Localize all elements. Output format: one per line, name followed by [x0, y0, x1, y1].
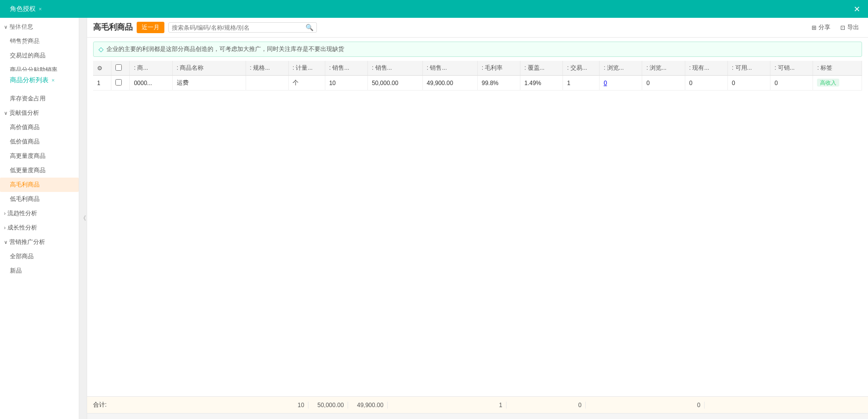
sidebar-item-high-margin[interactable]: 高毛利商品 [0, 178, 79, 192]
col-label-gross_margin: : 毛利率 [482, 64, 503, 71]
row-sellable: 0 [770, 76, 813, 91]
nav-close-product-import[interactable]: × [51, 24, 54, 30]
export-btn[interactable]: ⊡ 导出 [837, 22, 862, 33]
row-unit: 个 [288, 76, 325, 91]
arrow-icon-growth: › [4, 225, 5, 231]
col-header-code[interactable]: : 商... [130, 61, 172, 76]
col-header-current[interactable]: : 现有... [685, 61, 727, 76]
row-browse1[interactable]: 0 [600, 76, 642, 91]
col-header-coverage[interactable]: : 覆盖... [520, 61, 562, 76]
col-header-settings[interactable]: ⚙ [93, 61, 111, 76]
col-header-sales_profit[interactable]: : 销售... [422, 61, 477, 76]
page-title: 高毛利商品 [93, 22, 133, 33]
row-spec [246, 76, 288, 91]
table-body: 10000...运费个1050,000.0049,900.0099.8%1.49… [93, 76, 862, 91]
content-area: 高毛利商品 近一月 🔍 ⊞ 分享 ⊡ 导出 ◇ 企业的主要的利润都是这部分商品创… [87, 18, 868, 419]
sidebar-group-marketing[interactable]: ∨营销推广分析 [0, 235, 79, 249]
sidebar-group-growth[interactable]: ›成长性分析 [0, 221, 79, 235]
col-header-checkbox[interactable] [111, 61, 130, 76]
settings-icon[interactable]: ⚙ [97, 65, 102, 72]
col-label-browse2: : 浏览... [646, 64, 666, 71]
col-label-current: : 现有... [689, 64, 710, 71]
nav-close-analysis[interactable]: × [39, 59, 42, 65]
main-layout: ∨整体信息销售货商品交易过的商品商品分分贴助销率有库存的商品库存资金占用∨贡献值… [0, 18, 868, 419]
col-header-unit[interactable]: : 计量... [288, 61, 325, 76]
bottom-scrollbar[interactable] [87, 413, 868, 419]
nav-close-template[interactable]: × [51, 42, 54, 47]
row-browse2: 0 [642, 76, 685, 91]
row-num: 1 [93, 76, 111, 91]
footer-sales-qty: 10 [269, 402, 308, 409]
info-text: 企业的主要的利润都是这部分商品创造的，可考虑加大推广，同时关注库存是不要出现缺货 [106, 45, 344, 53]
nav-close-role[interactable]: × [39, 6, 42, 12]
sidebar-item-low-value[interactable]: 低价值商品 [0, 135, 79, 149]
search-icon[interactable]: 🔍 [306, 24, 313, 31]
col-label-trade: : 交易... [567, 64, 587, 71]
col-label-available: : 可用... [732, 64, 752, 71]
row-gross-margin: 99.8% [477, 76, 520, 91]
filter-month-btn[interactable]: 近一月 [137, 22, 164, 33]
row-available: 0 [727, 76, 770, 91]
sidebar-item-high-value[interactable]: 高价值商品 [0, 120, 79, 135]
sidebar-item-low-margin[interactable]: 低毛利商品 [0, 192, 79, 206]
row-name: 运费 [172, 76, 246, 91]
col-label-unit: : 计量... [293, 64, 313, 71]
select-all-checkbox[interactable] [115, 64, 122, 71]
col-header-trade[interactable]: : 交易... [563, 61, 600, 76]
col-header-gross_margin[interactable]: : 毛利率 [477, 61, 520, 76]
row-sales-amt: 50,000.00 [367, 76, 422, 91]
footer-sales-profit: 49,900.00 [348, 402, 388, 409]
nav-item-analysis-list[interactable]: 商品分析列表× [4, 71, 60, 89]
export-icon: ⊡ [840, 24, 845, 31]
arrow-icon-trend: › [4, 211, 5, 216]
sidebar-item-inventory-ratio[interactable]: 库存资金占用 [0, 92, 79, 106]
header-actions: ⊞ 分享 ⊡ 导出 [809, 22, 862, 33]
col-header-available[interactable]: : 可用... [727, 61, 770, 76]
sidebar-item-low-freq[interactable]: 低更量度商品 [0, 163, 79, 178]
row-code: 0000... [130, 76, 172, 91]
row-coverage: 1.49% [520, 76, 562, 91]
col-header-browse1[interactable]: : 浏览... [600, 61, 642, 76]
col-header-sales_amt[interactable]: : 销售... [367, 61, 422, 76]
col-label-name: : 商品名称 [177, 64, 204, 71]
browse-link[interactable]: 0 [604, 80, 607, 87]
col-label-spec: : 规格... [250, 64, 270, 71]
footer-trade: 1 [467, 402, 507, 409]
col-header-browse2[interactable]: : 浏览... [642, 61, 685, 76]
sidebar-group-trend[interactable]: ›流趋性分析 [0, 206, 79, 221]
window-close-btn[interactable]: ✕ [850, 4, 864, 14]
col-header-spec[interactable]: : 规格... [246, 61, 288, 76]
table-header: ⚙: 商...: 商品名称: 规格...: 计量...: 销售...: 销售..… [93, 61, 862, 76]
top-nav: 首页销售单×进货单×权限设置×角色授权×产成品入库单×单据模板设置×商品分析×商… [0, 0, 868, 18]
nav-item-product-import[interactable]: 产成品入库单× [4, 18, 60, 36]
row-sales-qty: 10 [325, 76, 367, 91]
nav-close-analysis-list[interactable]: × [51, 77, 54, 83]
share-icon: ⊞ [812, 24, 817, 31]
nav-item-role[interactable]: 角色授权× [4, 0, 60, 18]
sidebar-item-high-freq[interactable]: 高更量度商品 [0, 149, 79, 163]
col-header-tag[interactable]: : 标签 [813, 61, 862, 76]
search-input[interactable] [172, 24, 306, 31]
col-label-coverage: : 覆盖... [524, 64, 545, 71]
footer-label: 合计: [93, 401, 106, 409]
table-footer: 合计: 10 50,000.00 49,900.00 1 0 0 [87, 396, 868, 413]
table-row: 10000...运费个1050,000.0049,900.0099.8%1.49… [93, 76, 862, 91]
nav-item-template[interactable]: 单据模板设置× [4, 36, 60, 53]
sidebar-collapse-btn[interactable]: 《 [79, 18, 87, 419]
sidebar-group-financial[interactable]: ∨贡献值分析 [0, 106, 79, 120]
footer-sales-amt: 50,000.00 [308, 402, 348, 409]
sidebar-item-new-goods[interactable]: 新品 [0, 264, 79, 278]
sidebar-item-all-goods[interactable]: 全部商品 [0, 249, 79, 264]
tag-badge: 高收入 [817, 79, 839, 87]
row-checkbox[interactable] [111, 76, 130, 91]
col-header-sales_qty[interactable]: : 销售... [325, 61, 367, 76]
nav-items: 首页销售单×进货单×权限设置×角色授权×产成品入库单×单据模板设置×商品分析×商… [4, 0, 60, 89]
row-select-checkbox[interactable] [115, 79, 122, 86]
col-header-name[interactable]: : 商品名称 [172, 61, 246, 76]
share-btn[interactable]: ⊞ 分享 [809, 22, 833, 33]
col-header-sellable[interactable]: : 可销... [770, 61, 813, 76]
col-label-code: : 商... [134, 64, 148, 71]
data-table: ⚙: 商...: 商品名称: 规格...: 计量...: 销售...: 销售..… [93, 61, 862, 91]
arrow-icon-marketing: ∨ [4, 239, 7, 245]
nav-item-analysis[interactable]: 商品分析× [4, 53, 60, 71]
